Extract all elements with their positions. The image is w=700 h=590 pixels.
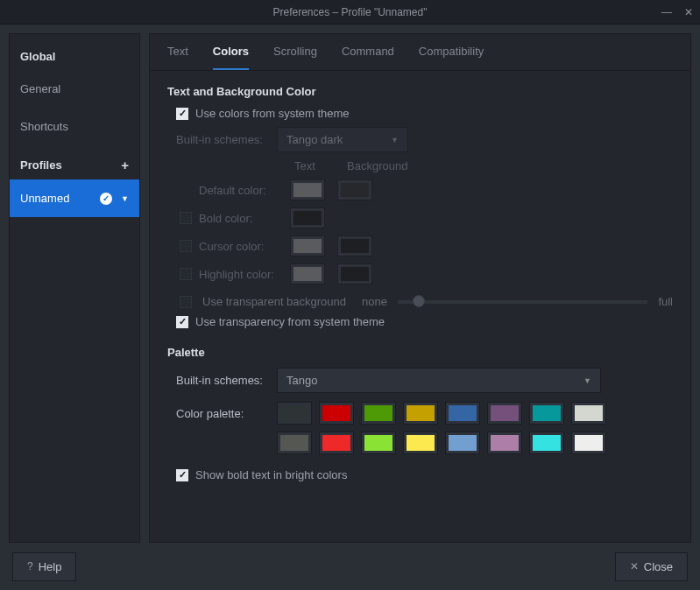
checkbox-show-bold-bright[interactable]: ✓ Show bold text in bright colors	[176, 468, 673, 481]
checkbox-label: Show bold text in bright colors	[195, 468, 347, 481]
tab-command[interactable]: Command	[342, 45, 394, 70]
highlight-bg-color-button[interactable]	[337, 263, 372, 284]
palette-swatch-inner	[280, 405, 308, 421]
palette-color-0-6[interactable]	[529, 402, 564, 425]
default-color-label: Default color:	[199, 184, 290, 197]
button-label: Help	[39, 560, 62, 573]
palette-color-1-7[interactable]	[571, 432, 606, 454]
palette-color-0-1[interactable]	[319, 402, 354, 425]
tab-scrolling[interactable]: Scrolling	[273, 45, 317, 70]
sidebar-item-general[interactable]: General	[10, 70, 139, 108]
tab-compatibility[interactable]: Compatibility	[419, 45, 484, 70]
checkbox-icon[interactable]: ✓	[176, 316, 188, 328]
palette-schemes-select[interactable]: Tango ▼	[277, 368, 601, 393]
sidebar-item-shortcuts[interactable]: Shortcuts	[10, 108, 139, 145]
cursor-color-checkbox[interactable]	[180, 240, 192, 252]
builtin-schemes-select[interactable]: Tango dark ▼	[277, 127, 408, 152]
checkbox-icon[interactable]: ✓	[176, 469, 188, 481]
checkbox-use-system-colors[interactable]: ✓ Use colors from system theme	[176, 107, 673, 120]
tab-label: Colors	[213, 45, 249, 58]
cursor-text-color-button[interactable]	[290, 235, 325, 256]
chevron-down-icon: ▼	[583, 376, 591, 385]
palette-color-0-7[interactable]	[571, 402, 606, 425]
palette-section: Palette Built-in schemes: Tango ▼ Color …	[167, 346, 673, 481]
palette-schemes-label: Built-in schemes:	[176, 374, 277, 387]
palette-row-2	[277, 432, 606, 454]
bold-color-checkbox[interactable]	[180, 212, 192, 224]
palette-swatch-inner	[491, 435, 519, 451]
palette-swatch-inner	[407, 435, 435, 451]
palette-color-1-3[interactable]	[403, 432, 438, 454]
close-icon[interactable]: ✕	[684, 6, 693, 18]
palette-swatch-inner	[449, 435, 477, 451]
palette-swatch-inner	[449, 405, 477, 421]
sidebar-item-label: Shortcuts	[20, 120, 68, 133]
help-button[interactable]: ? Help	[12, 552, 76, 581]
default-text-color-button[interactable]	[290, 179, 325, 200]
row-transparent-bg: Use transparent background none full	[180, 295, 673, 308]
sidebar-heading-global: Global	[10, 38, 139, 70]
sidebar-heading-label: Global	[20, 50, 55, 63]
palette-swatch-inner	[322, 405, 350, 421]
tabs: Text Colors Scrolling Command Compatibil…	[150, 34, 690, 71]
color-swatch-inner	[341, 267, 369, 281]
chevron-down-icon: ▼	[391, 136, 399, 144]
row-color-palette: Color palette:	[176, 402, 673, 454]
window-controls: — ✕	[661, 6, 693, 18]
highlight-color-checkbox[interactable]	[180, 268, 192, 280]
slider-thumb[interactable]	[413, 295, 425, 307]
sidebar-item-profile-unnamed[interactable]: Unnamed ✓ ▼	[10, 179, 139, 217]
sidebar-heading-profiles: Profiles +	[10, 145, 139, 179]
select-value: Tango dark	[286, 133, 343, 146]
header-bg-col: Background	[347, 159, 407, 172]
profile-menu-icon[interactable]: ▼	[121, 194, 129, 203]
palette-grid	[277, 402, 606, 454]
highlight-text-color-button[interactable]	[290, 263, 325, 284]
main-panel: Text Colors Scrolling Command Compatibil…	[149, 33, 691, 543]
palette-color-0-4[interactable]	[445, 402, 480, 425]
palette-color-1-6[interactable]	[529, 432, 564, 454]
transparent-bg-checkbox[interactable]	[180, 296, 192, 308]
tab-colors[interactable]: Colors	[213, 45, 249, 70]
row-highlight-color: Highlight color:	[180, 263, 673, 284]
row-cursor-color: Cursor color:	[180, 235, 673, 256]
colors-panel: Text and Background Color ✓ Use colors f…	[150, 71, 690, 501]
slider-full-label: full	[658, 295, 673, 308]
palette-swatch-inner	[575, 435, 603, 451]
checkbox-label: Use colors from system theme	[195, 107, 350, 120]
palette-color-0-3[interactable]	[403, 402, 438, 425]
palette-color-0-2[interactable]	[361, 402, 396, 425]
transparency-slider[interactable]	[398, 300, 647, 304]
default-bg-color-button[interactable]	[337, 179, 372, 200]
cursor-bg-color-button[interactable]	[337, 235, 372, 256]
color-swatch-inner	[341, 239, 369, 253]
palette-color-1-2[interactable]	[361, 432, 396, 454]
palette-swatch-inner	[575, 405, 603, 421]
palette-color-1-4[interactable]	[445, 432, 480, 454]
add-profile-icon[interactable]: +	[121, 158, 129, 172]
cursor-color-label: Cursor color:	[199, 240, 290, 253]
tab-text[interactable]: Text	[167, 45, 188, 70]
palette-color-1-1[interactable]	[319, 432, 354, 454]
tab-label: Command	[342, 45, 394, 58]
row-palette-builtin-schemes: Built-in schemes: Tango ▼	[176, 368, 673, 393]
palette-color-1-5[interactable]	[487, 432, 522, 454]
row-builtin-schemes: Built-in schemes: Tango dark ▼	[176, 127, 673, 152]
palette-row-1	[277, 402, 606, 425]
checkbox-label: Use transparency from system theme	[195, 315, 385, 328]
palette-color-0-5[interactable]	[487, 402, 522, 425]
slider-none-label: none	[362, 295, 387, 308]
checkbox-use-system-transparency[interactable]: ✓ Use transparency from system theme	[176, 315, 673, 328]
close-button[interactable]: ✕ Close	[615, 552, 688, 581]
content-area: Global General Shortcuts Profiles + Unna…	[0, 25, 700, 551]
palette-color-1-0[interactable]	[277, 432, 312, 454]
tab-label: Compatibility	[419, 45, 484, 58]
button-label: Close	[644, 560, 673, 573]
palette-color-0-0[interactable]	[277, 402, 312, 425]
palette-swatch-inner	[491, 405, 519, 421]
palette-swatch-inner	[322, 435, 350, 451]
checkbox-icon[interactable]: ✓	[176, 108, 188, 120]
footer: ? Help ✕ Close	[0, 551, 700, 590]
minimize-icon[interactable]: —	[661, 6, 672, 18]
bold-text-color-button[interactable]	[290, 207, 325, 228]
